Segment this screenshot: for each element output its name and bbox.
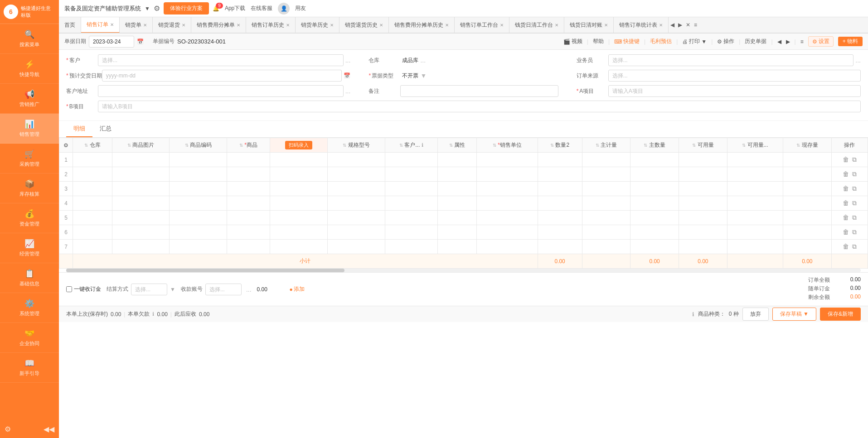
tab-close-sales-refund[interactable]: ✕ <box>182 23 185 28</box>
tab-nav-next[interactable]: ▶ <box>676 22 684 28</box>
col-product-image[interactable]: ⇅ 商品图片 <box>112 138 170 153</box>
topbar-settings-icon[interactable]: ⚙ <box>154 4 160 13</box>
row-1-stock[interactable] <box>783 153 832 167</box>
row-1-available2[interactable] <box>727 153 783 167</box>
invoice-type-dropdown[interactable]: ▼ <box>420 72 427 79</box>
row-1-customer-order[interactable] <box>385 153 437 167</box>
col-spec[interactable]: ⇅ 规格型号 <box>328 138 385 153</box>
scroll-thumb[interactable] <box>66 269 344 272</box>
toolbar-prev-record[interactable]: ◀ <box>777 39 781 45</box>
payment-method-input[interactable] <box>131 284 167 295</box>
row-1-product[interactable] <box>227 153 270 167</box>
row-1-spec[interactable] <box>328 153 385 167</box>
tab-close-cash-reconcile[interactable]: ✕ <box>604 23 608 28</box>
detail-tab-detail[interactable]: 明细 <box>66 121 92 137</box>
row-2-copy-btn[interactable]: ⧉ <box>851 169 858 179</box>
calendar-icon[interactable]: 📅 <box>137 39 144 45</box>
row-1-image[interactable] <box>112 153 170 167</box>
tab-sales-refund-hist[interactable]: 销货退货历史 ✕ <box>339 17 389 33</box>
tab-close-sales-order[interactable]: ✕ <box>110 22 114 27</box>
col-settings-icon[interactable]: ⚙ <box>63 142 68 149</box>
discard-btn[interactable]: 放弃 <box>742 308 769 321</box>
a-project-input[interactable] <box>608 85 861 97</box>
row-6-delete-btn[interactable]: 🗑 <box>842 227 850 236</box>
salesperson-more-icon[interactable]: ... <box>855 57 861 64</box>
row-1-attribute[interactable] <box>437 153 477 167</box>
tab-close-sales-fee-hist[interactable]: ✕ <box>445 23 449 28</box>
account-input[interactable] <box>205 284 242 295</box>
row-1-delete-btn[interactable]: 🗑 <box>842 155 850 164</box>
row-1-main-unit[interactable] <box>582 153 630 167</box>
b-project-input[interactable] <box>98 101 861 112</box>
row-7-delete-btn[interactable]: 🗑 <box>842 242 850 251</box>
customer-more-icon[interactable]: ... <box>345 57 351 64</box>
sidebar-item-collab[interactable]: 🤝 企业协同 <box>0 323 59 353</box>
tab-sales-refund[interactable]: 销货退货 ✕ <box>153 17 191 33</box>
save-new-btn[interactable]: 保存&新增 <box>820 308 861 321</box>
online-service-link[interactable]: 在线客服 <box>251 5 272 12</box>
col-scan[interactable]: 扫码录入 <box>270 138 328 153</box>
row-5-delete-btn[interactable]: 🗑 <box>842 213 850 222</box>
warehouse-more-icon[interactable]: ... <box>420 57 426 64</box>
toolbar-shortcut[interactable]: ⌨ 快捷键 <box>614 38 640 45</box>
tab-nav-close[interactable]: ✕ <box>684 22 692 28</box>
notification-icon[interactable]: 🔔9 <box>213 5 219 12</box>
save-draft-dropdown[interactable]: ▼ <box>803 311 809 317</box>
col-available2[interactable]: ⇅ 可用量... <box>727 138 783 153</box>
row-3-copy-btn[interactable]: ⧉ <box>851 184 858 193</box>
sidebar-item-finance[interactable]: 💰 资金管理 <box>0 203 59 233</box>
col-warehouse[interactable]: ⇅ 仓库 <box>73 138 112 153</box>
tab-sales-order-hist[interactable]: 销售订单历史 ✕ <box>246 17 296 33</box>
tab-close-sales-stats[interactable]: ✕ <box>659 23 663 28</box>
scan-btn[interactable]: 扫码录入 <box>285 141 312 149</box>
col-main-quantity[interactable]: ⇅ 主数量 <box>630 138 679 153</box>
toolbar-next-record[interactable]: ▶ <box>786 39 790 45</box>
row-1-available[interactable] <box>679 153 727 167</box>
sidebar-item-guide[interactable]: 📖 新手引导 <box>0 353 59 383</box>
toolbar-settings-btn[interactable]: ⚙ 设置 <box>808 36 834 47</box>
row-1-code[interactable] <box>170 153 227 167</box>
tab-close-cash-workbench[interactable]: ✕ <box>555 23 558 28</box>
row-1-copy-btn[interactable]: ⧉ <box>851 155 858 164</box>
col-attribute[interactable]: ⇅ 属性 <box>437 138 477 153</box>
tab-close-sales-return-hist[interactable]: ✕ <box>330 23 334 28</box>
row-3-delete-btn[interactable]: 🗑 <box>842 184 850 193</box>
toolbar-print[interactable]: 🖨 打印 ▼ <box>682 38 707 45</box>
col-available[interactable]: ⇅ 可用量 <box>679 138 727 153</box>
row-6-copy-btn[interactable]: ⧉ <box>851 227 858 237</box>
customer-input[interactable] <box>98 54 344 66</box>
row-7-copy-btn[interactable]: ⧉ <box>851 242 858 251</box>
detail-tab-summary[interactable]: 汇总 <box>92 121 119 137</box>
col-customer-order[interactable]: ⇅ 客户... ℹ <box>385 138 437 153</box>
row-4-copy-btn[interactable]: ⧉ <box>851 198 858 208</box>
delivery-date-input[interactable] <box>102 70 342 82</box>
col-quantity2[interactable]: ⇅ 数量2 <box>538 138 582 153</box>
save-draft-btn[interactable]: 保存草稿 ▼ <box>772 308 816 321</box>
system-selector[interactable]: ▼ <box>145 5 150 12</box>
collapse-sidebar-icon[interactable]: ◀◀ <box>44 425 54 433</box>
toolbar-operate[interactable]: ⚙ 操作 <box>717 38 734 45</box>
horizontal-scrollbar[interactable] <box>66 269 861 272</box>
col-product[interactable]: ⇅ *商品 <box>227 138 270 153</box>
tab-sales-fee[interactable]: 销售费用分摊单 ✕ <box>191 17 246 33</box>
one-click-checkout-checkbox[interactable] <box>66 286 72 292</box>
tab-sales-workbench[interactable]: 销售订单工作台 ✕ <box>455 17 509 33</box>
sidebar-item-quick-nav[interactable]: ⚡ 快捷导航 <box>0 54 59 84</box>
tab-close-sales-workbench[interactable]: ✕ <box>500 23 504 28</box>
toolbar-history[interactable]: 历史单据 <box>745 38 766 45</box>
row-1-scan[interactable] <box>270 153 328 167</box>
sidebar-item-system[interactable]: ⚙️ 系统管理 <box>0 293 59 323</box>
col-stock[interactable]: ⇅ 现存量 <box>783 138 832 153</box>
account-more[interactable]: ... <box>246 286 252 293</box>
row-5-copy-btn[interactable]: ⧉ <box>851 213 858 222</box>
col-main-unit[interactable]: ⇅ 主计量 <box>582 138 630 153</box>
print-dropdown-icon[interactable]: ▼ <box>701 39 707 45</box>
tab-sales-stats[interactable]: 销售订单统计表 ✕ <box>614 17 669 33</box>
settings-gear-icon[interactable]: ⚙ <box>5 425 11 433</box>
tab-sales-return-hist[interactable]: 销货单历史 ✕ <box>296 17 339 33</box>
toolbar-list-view[interactable]: ≡ <box>800 39 804 45</box>
row-1-sales-unit[interactable] <box>477 153 538 167</box>
order-source-input[interactable] <box>608 70 861 82</box>
salesperson-input[interactable] <box>608 54 854 66</box>
toolbar-add-material[interactable]: + 物料 <box>838 37 863 46</box>
